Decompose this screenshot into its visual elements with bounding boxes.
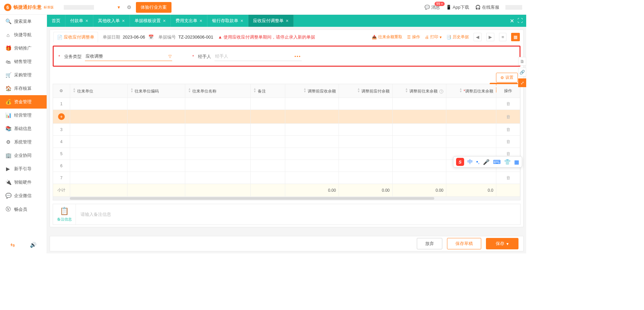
cell-post-bal[interactable]	[446, 136, 496, 148]
cell-unit-name[interactable]	[185, 172, 251, 184]
tab-0[interactable]: 首页	[47, 15, 65, 27]
cell-pre-bal[interactable]	[393, 98, 446, 110]
handler-input[interactable]: 经手人 •••	[214, 52, 302, 61]
close-tab-icon[interactable]: ✕	[510, 18, 514, 24]
table-row[interactable]: 7🗑	[53, 172, 520, 184]
cell-post-bal[interactable]	[446, 124, 496, 136]
gear-icon[interactable]: ⚙	[127, 4, 131, 10]
delete-row-icon[interactable]: 🗑	[506, 127, 510, 132]
delete-row-icon[interactable]: 🗑	[506, 151, 510, 156]
cell-pre-pay[interactable]	[339, 124, 392, 136]
cell-unit-name[interactable]	[185, 98, 251, 110]
cell-unit-code[interactable]	[128, 160, 185, 172]
table-row[interactable]: 3🗑	[53, 124, 520, 136]
close-icon[interactable]: ✕	[240, 19, 243, 23]
cell-unit[interactable]	[70, 160, 128, 172]
cell-post-bal[interactable]	[446, 172, 496, 184]
tab-1[interactable]: 付款单✕	[65, 15, 93, 27]
tab-6[interactable]: 应收应付调整单✕	[248, 15, 294, 27]
support-button[interactable]: 🎧 在线客服	[475, 4, 499, 10]
ime-keyboard-icon[interactable]: ⌨	[493, 159, 501, 165]
cell-post-bal[interactable]	[446, 110, 496, 124]
cell-remark[interactable]	[250, 110, 285, 124]
close-icon[interactable]: ✕	[286, 19, 289, 23]
sidebar-item-6[interactable]: 💰资金管理	[0, 95, 47, 109]
rail-link-icon[interactable]: 🔗	[518, 68, 526, 76]
save-button[interactable]: 保存 ▾	[486, 238, 518, 249]
cell-remark[interactable]	[250, 98, 285, 110]
ime-skin-icon[interactable]: 👕	[504, 159, 511, 165]
cell-unit-code[interactable]	[128, 172, 185, 184]
delete-row-icon[interactable]: 🗑	[506, 139, 510, 144]
prev-doc-icon[interactable]: ◀	[474, 33, 482, 41]
operate-menu[interactable]: ☰ 操作	[407, 34, 420, 40]
sidebar-item-4[interactable]: 🛒采购管理	[0, 68, 47, 82]
cell-pre-bal[interactable]	[393, 148, 446, 160]
user-menu[interactable]	[505, 5, 522, 10]
table-row[interactable]: 1🗑	[53, 98, 520, 110]
cell-unit[interactable]	[70, 124, 128, 136]
tab-2[interactable]: 其他收入单✕	[93, 15, 130, 27]
cell-pre-pay[interactable]	[339, 110, 392, 124]
notes-input[interactable]: 请输入备注信息	[76, 211, 520, 218]
cell-unit[interactable]	[70, 148, 128, 160]
col-pre-recv[interactable]: ▲▼调整前应收余额	[285, 84, 339, 98]
more-icon[interactable]: •••	[294, 54, 301, 59]
sidebar-item-12[interactable]: 🔌智能硬件	[0, 176, 47, 189]
reset-balance-button[interactable]: 📥 往来余额重取	[372, 34, 402, 40]
cell-pre-bal[interactable]	[393, 160, 446, 172]
settings-button[interactable]: ⚙ 设置	[496, 73, 518, 82]
cell-post-bal[interactable]	[446, 98, 496, 110]
expand-icon[interactable]: ⛶	[517, 18, 523, 24]
tab-4[interactable]: 费用支出单✕	[171, 15, 207, 27]
print-menu[interactable]: 🖨 打印 ▾	[425, 34, 442, 40]
cell-unit-code[interactable]	[128, 148, 185, 160]
cell-pre-recv[interactable]	[285, 98, 339, 110]
close-icon[interactable]: ✕	[199, 19, 202, 23]
col-unit-code[interactable]: ▲▼往来单位编码	[128, 84, 185, 98]
cell-pre-bal[interactable]	[393, 172, 446, 184]
table-row[interactable]: +🗑	[53, 110, 520, 124]
ime-toolbar[interactable]: S 中 •, 🎤 ⌨ 👕 ▦	[453, 156, 522, 168]
cell-pre-recv[interactable]	[285, 160, 339, 172]
cell-unit-code[interactable]	[128, 98, 185, 110]
cell-unit-name[interactable]	[185, 124, 251, 136]
scrollbar-thumb[interactable]	[70, 197, 434, 200]
table-row[interactable]: 5🗑	[53, 148, 520, 160]
cell-unit[interactable]	[70, 172, 128, 184]
close-icon[interactable]: ✕	[163, 19, 166, 23]
cell-remark[interactable]	[250, 172, 285, 184]
close-icon[interactable]: ✕	[122, 19, 125, 23]
cell-pre-recv[interactable]	[285, 148, 339, 160]
delete-row-icon[interactable]: 🗑	[506, 101, 510, 106]
cell-unit[interactable]	[70, 136, 128, 148]
close-icon[interactable]: ✕	[85, 19, 88, 23]
next-doc-icon[interactable]: ▶	[486, 33, 494, 41]
org-selector[interactable]: ▼	[64, 5, 121, 10]
add-row-button[interactable]: +	[58, 113, 65, 120]
cell-unit-code[interactable]	[128, 136, 185, 148]
cell-remark[interactable]	[250, 160, 285, 172]
try-industry-button[interactable]: 体验行业方案	[136, 2, 171, 13]
cell-unit-code[interactable]	[128, 110, 185, 124]
rail-expand-icon[interactable]: ⤢	[518, 78, 526, 87]
cell-unit-name[interactable]	[185, 136, 251, 148]
col-unit-name[interactable]: ▲▼往来单位名称	[185, 84, 251, 98]
sidebar-item-7[interactable]: 📊经营管理	[0, 109, 47, 122]
tab-3[interactable]: 单据模板设置✕	[130, 15, 171, 27]
sidebar-item-13[interactable]: 💬企业微信	[0, 189, 47, 202]
rail-note-icon[interactable]: 🗎	[518, 57, 526, 66]
cell-pre-recv[interactable]	[285, 136, 339, 148]
business-type-select[interactable]: 应收调整 ▽	[85, 52, 172, 61]
messages-button[interactable]: 💬 消息 99 +	[425, 4, 440, 10]
ime-lang[interactable]: 中	[467, 159, 473, 166]
cell-remark[interactable]	[250, 148, 285, 160]
cell-pre-pay[interactable]	[339, 172, 392, 184]
sidebar-collapse-icon[interactable]: ⇆	[10, 242, 15, 248]
sidebar-item-10[interactable]: 🏢企业协同	[0, 149, 47, 162]
cell-pre-bal[interactable]	[393, 110, 446, 124]
app-download-button[interactable]: 📱 App下载	[446, 4, 469, 10]
cell-unit-name[interactable]	[185, 148, 251, 160]
delete-row-icon[interactable]: 🗑	[506, 114, 510, 119]
col-remark[interactable]: ▲▼备注	[250, 84, 285, 98]
